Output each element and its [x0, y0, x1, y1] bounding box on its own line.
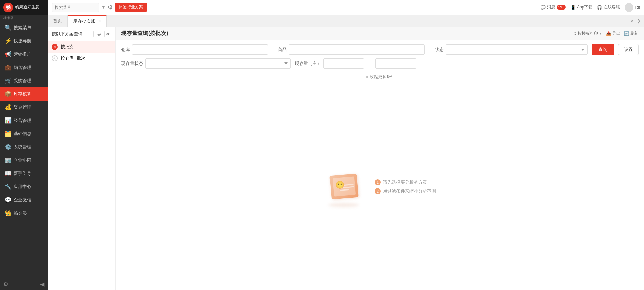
tab-chevron-icon[interactable]: ❯: [637, 18, 641, 23]
message-badge: 99+: [557, 5, 566, 10]
sidebar-item-label-member: 畅会员: [14, 210, 27, 216]
warehouse-more-icon[interactable]: ···: [270, 47, 274, 52]
member-icon: 👑: [5, 210, 11, 216]
print-btn[interactable]: 🖨 按模板打印 ▼: [572, 31, 603, 36]
warehouse-label: 仓库: [121, 47, 130, 53]
sidebar-item-purchase[interactable]: 🛒 采购管理: [0, 74, 48, 87]
tip-num-1: 1: [375, 179, 381, 185]
sidebar-item-basics[interactable]: 🗂️ 基础信息: [0, 127, 48, 140]
purchase-icon: 🛒: [5, 77, 11, 84]
title-actions: 🖨 按模板打印 ▼ 📤 导出 🔄 刷新: [572, 31, 639, 36]
scheme-label-batch: 按批次: [61, 44, 74, 50]
sidebar-item-label-search: 搜索菜单: [14, 25, 31, 31]
stock-qty-max-input[interactable]: [375, 58, 416, 69]
page-title: 现存量查询(按批次): [121, 30, 168, 37]
filter-group-goods: 商品 ···: [278, 44, 430, 55]
status-label: 状态: [435, 47, 444, 53]
message-icon: 💬: [541, 5, 546, 10]
refresh-btn[interactable]: 🔄 刷新: [624, 31, 639, 36]
user-avatar-btn[interactable]: Rit: [625, 3, 640, 12]
filter-row-1: 仓库 ··· 商品 ··· 状态 查询: [121, 44, 639, 55]
sidebar-item-search[interactable]: 🔍 搜索菜单: [0, 21, 48, 34]
settings-icon[interactable]: ⚙: [3, 281, 8, 287]
sidebar-item-finance[interactable]: 💰 资金管理: [0, 101, 48, 114]
sidebar-item-management[interactable]: 📊 经营管理: [0, 114, 48, 127]
avatar: [625, 3, 633, 12]
scheme-item-warehouse-batch[interactable]: ◎ 按仓库+批次: [48, 53, 115, 64]
left-panel: 按以下方案查询 + ◎ ≪ ⊙ 按批次 ◎ 按仓库+批次: [48, 27, 116, 290]
sidebar-item-label-basics: 基础信息: [14, 131, 31, 137]
main-area: ▼ ⚙ 体验行业方案 💬 消息 99+ 📱 App下载 🎧 在线客服 Rit: [48, 0, 644, 290]
topbar-right: 💬 消息 99+ 📱 App下载 🎧 在线客服 Rit: [541, 3, 640, 12]
filter-row-2: 现存量状态 现存量（主） —: [121, 58, 639, 69]
stock-status-select[interactable]: [145, 58, 291, 69]
headset-icon: 🎧: [597, 5, 602, 10]
sidebar-item-wechat[interactable]: 💬 企业微信: [0, 193, 48, 206]
sidebar-item-sales[interactable]: 💼 销售管理: [0, 61, 48, 74]
filter-group-stock-status: 现存量状态: [121, 58, 291, 69]
system-icon: ⚙️: [5, 144, 11, 150]
inventory-icon: 📦: [5, 91, 11, 97]
empty-state: 😶 1 请先选择要分析的方案 2 用过滤条件来缩小分析范围: [116, 86, 644, 290]
warehouse-input[interactable]: [132, 44, 268, 55]
stock-qty-min-input[interactable]: [323, 58, 364, 69]
filter-group-warehouse: 仓库 ···: [121, 44, 274, 55]
online-service-btn[interactable]: 🎧 在线客服: [597, 4, 620, 10]
tip-num-2: 2: [375, 188, 381, 194]
sidebar-item-shortcuts[interactable]: ⚡ 快捷导航: [0, 34, 48, 48]
sidebar-item-label-marketing: 营销推广: [14, 51, 31, 57]
app-logo: 畅: [3, 3, 13, 12]
management-icon: 📊: [5, 117, 11, 124]
sidebar-item-system[interactable]: ⚙️ 系统管理: [0, 140, 48, 153]
collapse-conditions-btn[interactable]: ⬆ 收起更多条件: [121, 72, 639, 82]
settings-button[interactable]: 设置: [618, 44, 639, 55]
collapse-icon[interactable]: ◀: [40, 281, 44, 287]
print-dropdown-icon[interactable]: ▼: [599, 32, 603, 35]
gear-icon[interactable]: ⚙: [108, 4, 113, 11]
status-select[interactable]: [446, 44, 588, 55]
marketing-icon: 📢: [5, 51, 11, 57]
phone-icon: 📱: [571, 5, 576, 10]
experience-btn[interactable]: 体验行业方案: [115, 3, 147, 12]
search-input[interactable]: [52, 3, 99, 12]
sidebar-header: 畅 畅康通好生意: [0, 0, 48, 15]
wechat-icon: 💬: [5, 197, 11, 203]
empty-illustration: 😶: [324, 168, 365, 209]
messages-btn[interactable]: 💬 消息 99+: [541, 4, 566, 10]
search-dropdown-icon[interactable]: ▼: [101, 5, 106, 10]
add-scheme-btn[interactable]: +: [87, 31, 94, 37]
sidebar-item-label-enterprise: 企业协同: [14, 157, 31, 163]
sidebar-item-inventory[interactable]: 📦 库存核算: [0, 87, 48, 101]
shortcuts-icon: ⚡: [5, 38, 11, 44]
tab-close-icon[interactable]: ✕: [630, 18, 634, 23]
sidebar-item-guide[interactable]: 📖 新手引导: [0, 167, 48, 180]
page-title-bar: 现存量查询(按批次) 🖨 按模板打印 ▼ 📤 导出 🔄 刷新: [116, 27, 644, 40]
sidebar-item-marketing[interactable]: 📢 营销推广: [0, 48, 48, 61]
query-button[interactable]: 查询: [592, 44, 614, 55]
scheme-settings-btn[interactable]: ◎: [96, 31, 102, 37]
sidebar-item-member[interactable]: 👑 畅会员: [0, 206, 48, 220]
tab-inventory-batch[interactable]: 库存批次账 ✕: [68, 15, 107, 27]
sidebar-item-apps[interactable]: 🔧 应用中心: [0, 180, 48, 193]
filter-area: 仓库 ··· 商品 ··· 状态 查询: [116, 40, 644, 86]
sidebar-footer: ⚙ ◀: [0, 278, 48, 290]
guide-icon: 📖: [5, 170, 11, 177]
sidebar-item-label-inventory: 库存核算: [14, 91, 31, 97]
enterprise-icon: 🏢: [5, 157, 11, 163]
app-download-btn[interactable]: 📱 App下载: [571, 4, 592, 10]
tab-close-btn[interactable]: ✕: [98, 19, 101, 23]
goods-more-icon[interactable]: ···: [427, 47, 431, 52]
sidebar-item-label-wechat: 企业微信: [14, 197, 31, 203]
collapse-panel-btn[interactable]: ≪: [104, 31, 111, 37]
scheme-item-batch[interactable]: ⊙ 按批次: [48, 41, 115, 53]
export-btn[interactable]: 📤 导出: [606, 31, 621, 36]
scheme-active-icon: ⊙: [52, 44, 58, 50]
apps-icon: 🔧: [5, 183, 11, 190]
left-panel-actions: + ◎ ≪: [87, 31, 111, 37]
sidebar-item-enterprise[interactable]: 🏢 企业协同: [0, 153, 48, 167]
content-area: 按以下方案查询 + ◎ ≪ ⊙ 按批次 ◎ 按仓库+批次 现存量查询(按批次): [48, 27, 644, 290]
goods-label: 商品: [278, 47, 287, 53]
goods-input[interactable]: [289, 44, 425, 55]
stock-qty-label: 现存量（主）: [295, 60, 321, 67]
tab-home[interactable]: 首页: [48, 15, 68, 27]
